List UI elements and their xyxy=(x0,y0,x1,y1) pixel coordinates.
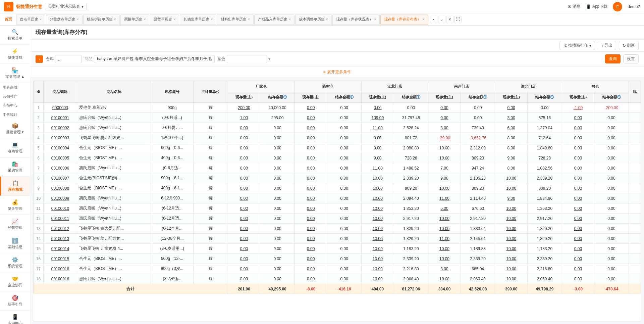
sidebar-item-inventory[interactable]: 📋 库存核算 xyxy=(0,177,30,196)
total-qty[interactable]: 0.00 xyxy=(562,224,594,234)
export-btn[interactable]: ↑ 导出 xyxy=(598,41,616,50)
cc-qty[interactable]: 0.00 xyxy=(294,193,327,203)
jb-qty[interactable]: 10.00 xyxy=(361,254,394,264)
cc-qty[interactable]: 0.00 xyxy=(294,214,327,224)
cc-qty[interactable]: 0.00 xyxy=(294,244,327,254)
jb-qty[interactable]: 10.00 xyxy=(361,203,394,214)
app-download-btn[interactable]: 📱 App下载 xyxy=(586,4,607,9)
sidebar-item-guide[interactable]: 🎯 新手引导 xyxy=(0,291,30,311)
tab-cost-adjust-history[interactable]: 成本调整单历史× xyxy=(295,14,332,25)
yb-qty[interactable]: 10.00 xyxy=(495,234,528,244)
product-code[interactable]: 00100001 xyxy=(44,113,77,123)
sidebar-item-member[interactable]: 会员中心 xyxy=(0,101,30,110)
sidebar-item-finance[interactable]: 💰 资金管理 xyxy=(0,196,30,215)
na-qty[interactable]: 0.00 xyxy=(428,113,461,123)
na-qty[interactable]: 10.00 xyxy=(428,153,461,163)
refresh-btn[interactable]: ↻ 刷新 xyxy=(619,41,639,50)
na-qty[interactable]: 10.00 xyxy=(428,274,461,284)
total-qty[interactable]: 0.00 xyxy=(562,244,594,254)
na-qty[interactable]: 11.00 xyxy=(428,193,461,203)
fac-qty[interactable]: 0.00 xyxy=(228,274,260,284)
tab-material-out-history[interactable]: 材料出库单历史× xyxy=(217,14,254,25)
jb-qty[interactable]: 109.00 xyxy=(361,113,394,123)
total-qty[interactable]: 0.00 xyxy=(562,113,594,123)
yb-qty[interactable]: 10.00 xyxy=(495,264,528,274)
close-icon[interactable]: × xyxy=(77,17,79,21)
product-code[interactable]: 00100007 xyxy=(44,173,77,183)
na-qty[interactable]: 10.00 xyxy=(428,143,461,153)
jb-qty[interactable]: 10.00 xyxy=(361,264,394,274)
product-code[interactable]: 00100004 xyxy=(44,143,77,153)
total-qty[interactable]: 0.00 xyxy=(562,214,594,224)
sidebar-item-retail[interactable]: 🏪 零售管理 ▲ xyxy=(0,64,30,83)
total-qty[interactable]: 0.00 xyxy=(562,203,594,214)
total-qty[interactable]: 0.00 xyxy=(562,133,594,143)
na-qty[interactable]: 3.00 xyxy=(428,264,461,274)
na-qty[interactable]: 10.00 xyxy=(428,183,461,193)
fac-qty[interactable]: 0.00 xyxy=(228,203,260,214)
jb-qty[interactable]: 10.00 xyxy=(361,214,394,224)
total-qty[interactable]: 0.00 xyxy=(562,264,594,274)
total-qty[interactable]: 0.00 xyxy=(562,254,594,264)
yb-qty[interactable]: 0.00 xyxy=(495,103,528,113)
jb-qty[interactable]: 10.00 xyxy=(361,234,394,244)
yb-qty[interactable]: 8.00 xyxy=(495,133,528,143)
tab-prev-btn[interactable]: ‹ xyxy=(430,16,437,23)
tab-home[interactable]: 首页 xyxy=(1,14,15,25)
fac-qty[interactable]: 0.00 xyxy=(228,193,260,203)
jb-qty[interactable]: 10.00 xyxy=(361,193,394,203)
tab-expand-btn[interactable]: ⛶ xyxy=(454,16,462,23)
sidebar-item-app-center[interactable]: 📱 应用中心 xyxy=(0,311,30,324)
fac-qty[interactable]: 0.00 xyxy=(228,254,260,264)
fac-qty[interactable]: 0.00 xyxy=(228,173,260,183)
yb-qty[interactable]: 3.00 xyxy=(495,113,528,123)
cc-qty[interactable]: 0.00 xyxy=(294,103,327,113)
close-icon[interactable]: × xyxy=(114,17,116,21)
sidebar-item-management[interactable]: 📈 经营管理 xyxy=(0,215,30,234)
close-icon[interactable]: × xyxy=(374,17,376,21)
close-icon[interactable]: × xyxy=(326,17,328,21)
yb-qty[interactable]: 10.00 xyxy=(495,224,528,234)
product-code[interactable]: 0000003 xyxy=(44,103,77,113)
total-qty[interactable]: 0.00 xyxy=(562,193,594,203)
yb-qty[interactable]: 9.00 xyxy=(495,153,528,163)
close-icon[interactable]: × xyxy=(40,17,42,21)
cc-qty[interactable]: 0.00 xyxy=(294,143,327,153)
jb-qty[interactable]: 0.00 xyxy=(361,103,394,113)
fac-qty[interactable]: 0.00 xyxy=(228,264,260,274)
sidebar-item-retail-stats[interactable]: 零售统计 xyxy=(0,110,30,119)
user-avatar[interactable]: E xyxy=(613,2,622,11)
na-qty[interactable]: 5.00 xyxy=(428,203,461,214)
tab-fenliang-history[interactable]: 分量盘点单历史× xyxy=(46,14,83,25)
jb-qty[interactable]: 10.00 xyxy=(361,244,394,254)
total-qty[interactable]: -1.00 xyxy=(562,103,594,113)
tab-inventory-dist[interactable]: 现存量（库存分布表）× xyxy=(380,14,428,25)
settings-col-header[interactable]: ⚙ xyxy=(34,81,44,103)
tab-product-in-history[interactable]: 产成品入库单历史× xyxy=(254,14,294,25)
na-qty[interactable]: 10.00 xyxy=(428,244,461,254)
yb-qty[interactable]: 8.00 xyxy=(495,143,528,153)
fac-qty[interactable]: 0.00 xyxy=(228,224,260,234)
na-qty[interactable]: 10.00 xyxy=(428,254,461,264)
cc-qty[interactable]: 0.00 xyxy=(294,203,327,214)
sidebar-item-marketing[interactable]: 营销推广 xyxy=(0,92,30,101)
total-qty[interactable]: 0.00 xyxy=(562,274,594,284)
tab-next-btn[interactable]: › xyxy=(438,16,445,23)
jb-qty[interactable]: 9.00 xyxy=(361,133,394,143)
product-code[interactable]: 00100008 xyxy=(44,183,77,193)
tab-inventory-status[interactable]: 现存量（库存状况表）× xyxy=(332,14,380,25)
total-qty[interactable]: 0.00 xyxy=(562,123,594,133)
fac-qty[interactable]: 0.00 xyxy=(228,143,260,153)
total-qty[interactable]: 0.00 xyxy=(562,234,594,244)
cc-qty[interactable]: 0.00 xyxy=(294,264,327,274)
product-code[interactable]: 00100018 xyxy=(44,274,77,284)
sidebar-item-wholesale[interactable]: 📦 批发管理 ▾ xyxy=(0,119,30,138)
total-qty[interactable]: 0.00 xyxy=(562,183,594,193)
cc-qty[interactable]: 0.00 xyxy=(294,133,327,143)
yb-qty[interactable]: 10.00 xyxy=(495,254,528,264)
sidebar-item-search[interactable]: 🔍 搜索英单 xyxy=(0,26,30,45)
tab-other-out-history[interactable]: 其他出库单历史× xyxy=(180,14,216,25)
cc-qty[interactable]: 0.00 xyxy=(294,274,327,284)
query-btn[interactable]: 查询 xyxy=(605,54,621,63)
color-input[interactable] xyxy=(227,55,267,63)
